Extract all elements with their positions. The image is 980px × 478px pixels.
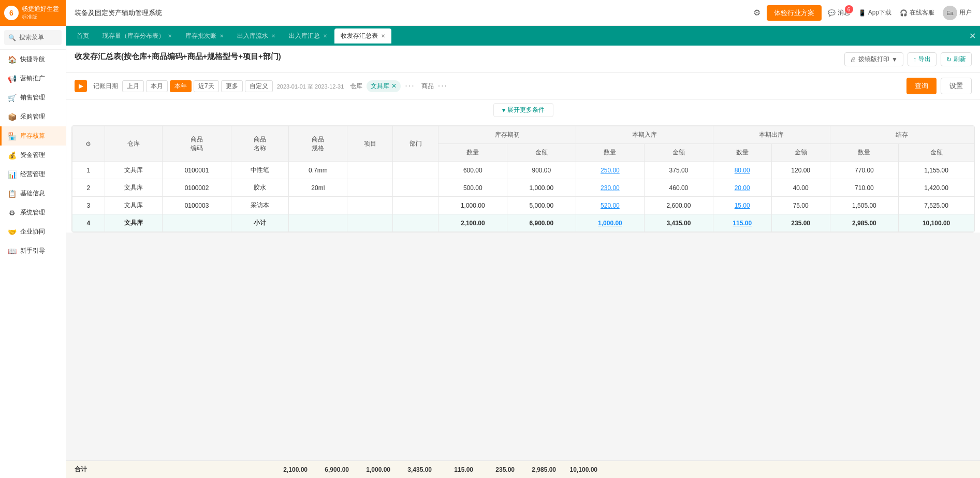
date-btn-last-month[interactable]: 上月 — [122, 80, 144, 92]
mobile-icon: 📱 — [858, 9, 866, 17]
footer-total-bar: 合计 2,100.00 6,900.00 1,000.00 3,435.00 1… — [66, 460, 980, 478]
date-filter-label: 记账日期 — [93, 82, 118, 91]
tab-batch-ledger[interactable]: 库存批次账 ✕ — [179, 28, 230, 44]
th-code: 商品编码 — [163, 126, 231, 162]
total-out-amt: 235.00 — [478, 466, 520, 473]
tab-inout-summary[interactable]: 出入库汇总 ✕ — [283, 28, 333, 44]
message-button[interactable]: 💬 消息 6 — [828, 8, 850, 17]
filter-bar: ▶ 记账日期 上月 本月 本年 近7天 更多 自定义 2023-01-01 至 … — [66, 73, 980, 100]
row-close-qty: 770.00 — [830, 162, 899, 179]
th-close-group: 结存 — [830, 126, 974, 144]
row-in-qty: 520.00 — [576, 197, 645, 214]
tab-close-icon[interactable]: ✕ — [220, 33, 224, 39]
topbar-settings-icon[interactable]: ⚙ — [753, 8, 760, 18]
date-btn-more[interactable]: 更多 — [221, 80, 243, 92]
row-code: 0100001 — [163, 162, 231, 179]
tab-close-icon[interactable]: ✕ — [323, 33, 327, 39]
row-out-amt: 120.00 — [771, 162, 830, 179]
th-settings[interactable]: ⚙ — [72, 126, 105, 162]
row-no: 1 — [72, 162, 105, 179]
trial-button[interactable]: 体验行业方案 — [767, 5, 822, 21]
warehouse-more-dots[interactable]: ··· — [405, 81, 415, 91]
total-opening-qty: 2,100.00 — [271, 466, 313, 473]
row-in-amt: 2,600.00 — [645, 197, 713, 214]
in-qty-link[interactable]: 230.00 — [601, 184, 620, 192]
sidebar-item-purchase[interactable]: 📦 采购管理 — [0, 107, 66, 126]
row-warehouse: 文具库 — [105, 179, 163, 197]
sidebar-item-operations[interactable]: 📊 经营管理 — [0, 165, 66, 184]
row-opening-amt: 900.00 — [507, 162, 576, 179]
printer-icon: 🖨 — [850, 56, 856, 63]
subtotal-in-qty-link[interactable]: 1,000.00 — [598, 220, 622, 227]
total-close-amt: 10,100.00 — [561, 466, 603, 473]
tab-close-icon[interactable]: ✕ — [168, 33, 172, 39]
total-opening-amt: 6,900.00 — [313, 466, 354, 473]
online-support-button[interactable]: 🎧 在线客服 — [900, 8, 934, 17]
row-project — [347, 162, 393, 179]
row-close-qty: 710.00 — [830, 179, 899, 197]
close-all-tabs-button[interactable]: ✕ — [969, 31, 976, 41]
sidebar-item-system[interactable]: ⚙ 系统管理 — [0, 203, 66, 222]
sidebar-item-collab[interactable]: 🤝 企业协同 — [0, 222, 66, 241]
data-table: ⚙ 仓库 商品编码 商品名称 商品规格 项目 部门 库存期初 本期入库 本期出库… — [72, 126, 974, 232]
export-icon: ↑ — [913, 56, 916, 63]
out-qty-link[interactable]: 15.00 — [735, 202, 750, 209]
sidebar-item-guide[interactable]: 📖 新手引导 — [0, 241, 66, 260]
out-qty-link[interactable]: 80.00 — [735, 167, 750, 174]
row-in-qty: 230.00 — [576, 179, 645, 197]
refresh-icon: ↻ — [946, 56, 952, 63]
tab-inout-flow[interactable]: 出入库流水 ✕ — [231, 28, 282, 44]
sidebar-item-sales[interactable]: 🛒 销售管理 — [0, 88, 66, 107]
sidebar-item-quicknav[interactable]: 🏠 快捷导航 — [0, 50, 66, 69]
sidebar-search-area: 🔍 搜索菜单 — [0, 26, 66, 50]
date-btn-custom[interactable]: 自定义 — [245, 80, 273, 92]
filter-toggle-button[interactable]: ▶ — [75, 80, 87, 92]
th-out-amt: 金额 — [771, 144, 830, 162]
settings-button[interactable]: 设置 — [941, 78, 972, 94]
row-out-amt: 40.00 — [771, 179, 830, 197]
sidebar-item-marketing[interactable]: 📢 营销推广 — [0, 69, 66, 88]
app-download-button[interactable]: 📱 App下载 — [858, 8, 891, 17]
sidebar-item-baseinfo[interactable]: 📋 基础信息 — [0, 184, 66, 203]
out-qty-link[interactable]: 20.00 — [735, 184, 750, 192]
tab-inventory-dist[interactable]: 现存量（库存分布表） ✕ — [96, 28, 178, 44]
warehouse-tag-close[interactable]: ✕ — [391, 82, 397, 90]
export-button[interactable]: ↑ 导出 — [908, 52, 937, 66]
expand-more-button[interactable]: ▾ 展开更多条件 — [493, 103, 553, 117]
row-warehouse: 文具库 — [105, 162, 163, 179]
print-button[interactable]: 🖨 拨镜版打印 ▼ — [844, 52, 903, 66]
tab-receipt-summary[interactable]: 收发存汇总表 ✕ — [334, 28, 391, 44]
date-btn-this-month[interactable]: 本月 — [146, 80, 168, 92]
sidebar-item-inventory[interactable]: 🏪 库存核算 — [0, 126, 66, 146]
date-btn-this-year[interactable]: 本年 — [170, 80, 192, 92]
goods-more-dots[interactable]: ··· — [438, 81, 448, 91]
th-out-group: 本期出库 — [713, 126, 830, 144]
subtotal-out-qty: 115.00 — [713, 214, 771, 232]
headset-icon: 🎧 — [900, 9, 908, 17]
data-table-wrap: ⚙ 仓库 商品编码 商品名称 商品规格 项目 部门 库存期初 本期入库 本期出库… — [71, 125, 975, 233]
row-name: 胶水 — [231, 179, 289, 197]
subtotal-out-qty-link[interactable]: 115.00 — [733, 220, 752, 227]
subtotal-name: 小计 — [231, 214, 289, 232]
goods-filter-label: 商品 — [421, 82, 434, 91]
th-project: 项目 — [347, 126, 393, 162]
user-button[interactable]: Ea 用户 — [943, 6, 972, 20]
sidebar-item-finance[interactable]: 💰 资金管理 — [0, 146, 66, 165]
tab-home[interactable]: 首页 — [70, 28, 95, 44]
query-button[interactable]: 查询 — [906, 78, 937, 94]
row-out-amt: 75.00 — [771, 197, 830, 214]
book-icon: 📖 — [8, 247, 16, 255]
in-qty-link[interactable]: 250.00 — [601, 167, 620, 174]
tab-close-icon[interactable]: ✕ — [381, 33, 385, 39]
search-menu-button[interactable]: 🔍 搜索菜单 — [4, 30, 62, 45]
in-qty-link[interactable]: 520.00 — [601, 202, 620, 209]
row-dept — [393, 197, 438, 214]
expand-icon: ▾ — [502, 107, 505, 114]
refresh-button[interactable]: ↻ 刷新 — [941, 52, 972, 66]
subtotal-in-qty: 1,000.00 — [576, 214, 645, 232]
warehouse-filter-group: 仓库 文具库 ✕ ··· — [350, 80, 415, 92]
warehouse-tag: 文具库 ✕ — [367, 80, 401, 92]
row-close-qty: 1,505.00 — [830, 197, 899, 214]
tab-close-icon[interactable]: ✕ — [271, 33, 275, 39]
date-btn-7days[interactable]: 近7天 — [194, 80, 219, 92]
